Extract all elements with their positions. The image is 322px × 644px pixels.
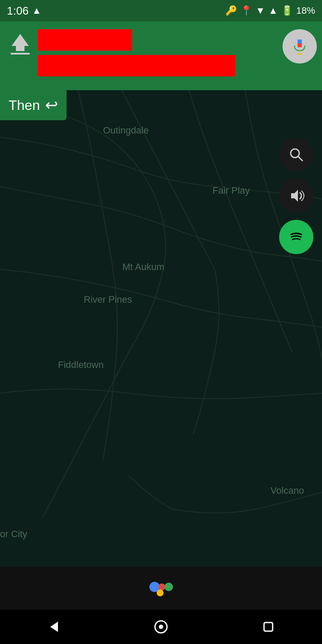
status-bar: 1:06 ▲ 🔑 📍 ▼ ▲ 🔋 18% xyxy=(0,0,322,21)
wifi-icon: ▼ xyxy=(255,5,265,16)
bottom-bar[interactable] xyxy=(0,567,322,610)
recents-button[interactable] xyxy=(255,614,281,640)
system-nav xyxy=(0,610,322,644)
microphone-icon xyxy=(290,37,309,56)
location-icon: 📍 xyxy=(240,5,252,16)
home-button[interactable] xyxy=(148,614,174,640)
assistant-animation xyxy=(144,577,178,599)
search-button[interactable] xyxy=(279,137,313,172)
battery-percent: 18% xyxy=(296,5,315,16)
svg-line-7 xyxy=(298,156,303,161)
svg-marker-8 xyxy=(291,190,298,202)
nav-direction-icon xyxy=(5,29,35,59)
svg-point-11 xyxy=(158,583,165,590)
then-indicator: Then ↩ xyxy=(0,90,67,120)
navigation-icon: ▲ xyxy=(32,5,42,16)
then-label: Then xyxy=(9,97,40,113)
assistant-dots xyxy=(144,577,178,599)
status-time: 1:06 xyxy=(7,4,29,18)
svg-rect-17 xyxy=(264,623,273,631)
right-buttons xyxy=(279,137,313,254)
back-button[interactable] xyxy=(41,614,67,640)
status-left: 1:06 ▲ xyxy=(7,4,41,18)
svg-point-13 xyxy=(157,589,164,596)
svg-point-16 xyxy=(159,625,163,629)
key-icon: 🔑 xyxy=(225,5,237,16)
spotify-icon xyxy=(286,227,307,247)
signal-icon: ▲ xyxy=(268,5,278,16)
svg-rect-1 xyxy=(298,39,302,43)
search-icon xyxy=(288,146,305,163)
spotify-button[interactable] xyxy=(279,220,313,254)
recents-icon xyxy=(261,619,276,635)
status-right: 🔑 📍 ▼ ▲ 🔋 18% xyxy=(225,5,315,16)
nav-header xyxy=(0,21,322,90)
sound-icon xyxy=(288,187,305,204)
svg-point-9 xyxy=(287,228,306,246)
battery-icon: 🔋 xyxy=(281,5,293,16)
then-turn-icon: ↩ xyxy=(45,96,58,114)
sound-button[interactable] xyxy=(279,179,313,213)
svg-point-12 xyxy=(164,583,173,591)
nav-primary-info xyxy=(38,29,132,51)
home-icon xyxy=(153,619,169,635)
nav-text-area xyxy=(38,29,278,76)
svg-marker-14 xyxy=(50,622,58,632)
nav-secondary-info xyxy=(38,55,235,76)
mic-button[interactable] xyxy=(283,29,317,64)
svg-rect-2 xyxy=(298,43,302,47)
back-icon xyxy=(46,619,61,635)
